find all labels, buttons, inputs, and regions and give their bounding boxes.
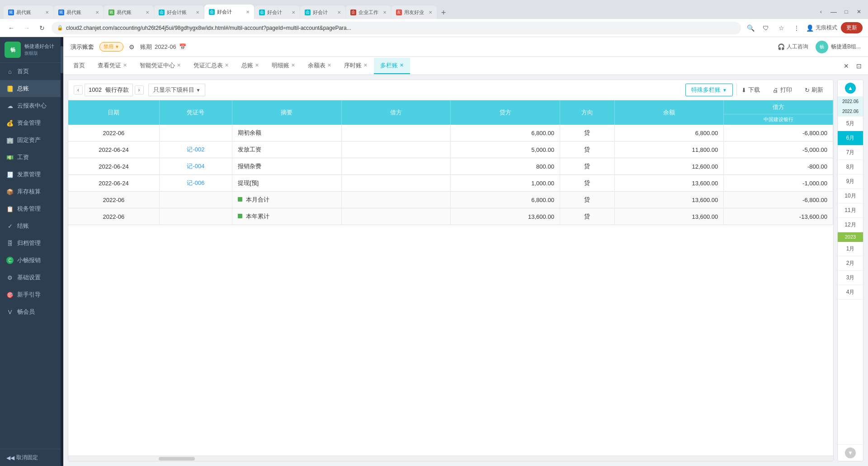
- tab-close-icon[interactable]: ✕: [363, 62, 368, 68]
- tab-close-icon[interactable]: ✕: [123, 62, 127, 68]
- search-icon[interactable]: 🔍: [745, 22, 756, 34]
- nav-tab-home[interactable]: 首页: [67, 58, 91, 74]
- cell-voucher[interactable]: 记-006: [159, 175, 232, 192]
- filter-select[interactable]: 只显示下级科目 ▼: [148, 84, 206, 96]
- sidebar-item-invoice[interactable]: 🧾 发票管理: [0, 166, 63, 183]
- date-nav-month-2-2023[interactable]: 2月: [838, 256, 863, 271]
- tab-close-icon[interactable]: ✕: [225, 62, 229, 68]
- browser-tab-1[interactable]: 账 易代账 ✕: [4, 5, 53, 19]
- nav-tab-voucher-summary[interactable]: 凭证汇总表 ✕: [187, 58, 235, 74]
- nav-tab-smart-voucher[interactable]: 智能凭证中心 ✕: [133, 58, 187, 74]
- browser-tab-4[interactable]: 会 好会计账 ✕: [154, 5, 204, 19]
- browser-tab-9[interactable]: 友 用友好业 ✕: [392, 5, 437, 19]
- date-nav-month-11[interactable]: 11月: [838, 203, 863, 218]
- user-info[interactable]: 畅 畅捷通B组...: [816, 41, 861, 53]
- bookmark-icon[interactable]: ☆: [775, 22, 787, 34]
- tab-close-icon[interactable]: ✕: [327, 62, 331, 68]
- browser-tab-8[interactable]: 企 企业工作 ✕: [346, 5, 391, 19]
- print-button[interactable]: 🖨 打印: [768, 84, 797, 96]
- browser-tab-3[interactable]: 账 易代账 ✕: [104, 5, 154, 19]
- forward-button[interactable]: →: [21, 22, 33, 34]
- tab-close-6[interactable]: ✕: [292, 10, 295, 15]
- sidebar-item-closing[interactable]: ✓ 结账: [0, 217, 63, 235]
- sidebar-item-guide[interactable]: 🎯 新手引导: [0, 286, 63, 303]
- update-button[interactable]: 更新: [841, 22, 863, 33]
- nav-tab-voucher[interactable]: 查看凭证 ✕: [91, 58, 133, 74]
- next-subject-button[interactable]: ›: [135, 85, 144, 94]
- date-nav-month-1-2023[interactable]: 1月: [838, 242, 863, 256]
- sidebar-item-home[interactable]: ⌂ 首页: [0, 63, 63, 80]
- tab-close-7[interactable]: ✕: [337, 10, 341, 15]
- cell-voucher[interactable]: 记-004: [159, 158, 232, 175]
- date-nav-month-7[interactable]: 7月: [838, 146, 863, 160]
- tab-close-5[interactable]: ✕: [246, 9, 250, 14]
- sidebar-item-reports[interactable]: ☁ 云报表中心: [0, 97, 63, 114]
- sidebar-item-member[interactable]: V 畅会员: [0, 303, 63, 320]
- download-button[interactable]: ⬇ 下载: [736, 84, 764, 96]
- sidebar-item-archive[interactable]: 🗄 归档管理: [0, 235, 63, 252]
- date-nav-month-6[interactable]: 6月: [838, 131, 863, 146]
- service-button[interactable]: 🎧 人工咨询: [778, 43, 808, 51]
- nav-tab-balance[interactable]: 余额表 ✕: [302, 58, 338, 74]
- tab-close-icon[interactable]: ✕: [291, 62, 295, 68]
- date-nav-month-12[interactable]: 12月: [838, 218, 863, 232]
- browser-menu-icon[interactable]: ⋮: [791, 22, 802, 34]
- date-nav-month-10[interactable]: 10月: [838, 189, 863, 203]
- date-nav-month-8[interactable]: 8月: [838, 160, 863, 174]
- nav-tab-detail-ledger[interactable]: 明细账 ✕: [265, 58, 302, 74]
- sidebar-item-tax[interactable]: 📋 税务管理: [0, 200, 63, 217]
- close-window-button[interactable]: ✕: [854, 6, 864, 17]
- calendar-icon[interactable]: 📅: [179, 43, 186, 50]
- browser-tab-5-active[interactable]: 会 好会计 ✕: [204, 5, 254, 19]
- cell-voucher[interactable]: 记-002: [159, 141, 232, 158]
- prev-subject-button[interactable]: ‹: [74, 85, 83, 94]
- account-badge[interactable]: 禁用 ▼: [99, 42, 123, 52]
- browser-tab-7[interactable]: 会 好会计 ✕: [300, 5, 345, 19]
- date-nav-month-3-2023[interactable]: 3月: [838, 271, 863, 285]
- nav-tab-general-ledger[interactable]: 总账 ✕: [235, 58, 265, 74]
- tab-close-3[interactable]: ✕: [146, 10, 149, 15]
- sidebar-item-inventory[interactable]: 📦 库存核算: [0, 183, 63, 200]
- sidebar-item-ledger[interactable]: 📒 总账: [0, 80, 63, 97]
- url-bar[interactable]: 🔒 cloud2.chanjet.com/accounting/uh26t264…: [52, 22, 741, 34]
- nav-tab-multi-col[interactable]: 多栏账 ✕: [374, 58, 410, 74]
- reload-button[interactable]: ↻: [36, 22, 48, 34]
- minimize-button[interactable]: —: [828, 6, 839, 17]
- tab-close-icon[interactable]: ✕: [255, 62, 259, 68]
- tab-close-1[interactable]: ✕: [45, 10, 49, 15]
- sidebar-item-assets[interactable]: 🏢 固定资产: [0, 132, 63, 149]
- date-nav-up-arrow[interactable]: ▲: [838, 80, 863, 97]
- sidebar-scrollbar[interactable]: [61, 37, 63, 466]
- tab-close-icon[interactable]: ✕: [400, 62, 404, 68]
- sidebar-item-expense[interactable]: C 小畅报销: [0, 252, 63, 269]
- date-nav-down-arrow[interactable]: ▼: [838, 444, 863, 461]
- date-nav-month-9[interactable]: 9月: [838, 174, 863, 189]
- tab-scroll-left[interactable]: ‹: [816, 6, 826, 17]
- sidebar-pin[interactable]: ◀◀ 取消固定: [0, 449, 63, 466]
- tab-close-2[interactable]: ✕: [95, 10, 99, 15]
- date-nav-month-4-2023[interactable]: 4月: [838, 285, 863, 300]
- nav-tab-sequence[interactable]: 序时账 ✕: [338, 58, 374, 74]
- shield-icon[interactable]: 🛡: [760, 22, 772, 34]
- settings-gear-icon[interactable]: ⚙: [129, 43, 135, 51]
- voucher-link[interactable]: 记-004: [187, 163, 204, 169]
- tab-close-8[interactable]: ✕: [383, 10, 387, 15]
- ledger-table[interactable]: 日期 凭证号 摘要 借方 贷方 方向 余额 借方 中国建设银行: [68, 100, 833, 456]
- voucher-link[interactable]: 记-002: [187, 146, 204, 153]
- panel-collapse-button[interactable]: ✕: [841, 61, 852, 71]
- sidebar-item-funds[interactable]: 💰 资金管理: [0, 114, 63, 132]
- date-nav-month-5[interactable]: 5月: [838, 117, 863, 131]
- tab-close-icon[interactable]: ✕: [177, 62, 181, 68]
- refresh-button[interactable]: ↻ 刷新: [800, 84, 828, 96]
- multi-col-button[interactable]: 特殊多栏账 ▼: [685, 84, 733, 96]
- horizontal-scrollbar[interactable]: [68, 456, 833, 461]
- browser-tab-2[interactable]: 账 易代账 ✕: [54, 5, 104, 19]
- voucher-link[interactable]: 记-006: [187, 179, 204, 186]
- tab-close-4[interactable]: ✕: [196, 10, 199, 15]
- new-tab-button[interactable]: +: [437, 6, 450, 19]
- browser-tab-6[interactable]: 会 好会计 ✕: [255, 5, 300, 19]
- panel-expand-button[interactable]: ⊡: [854, 61, 864, 71]
- maximize-button[interactable]: □: [841, 6, 852, 17]
- tab-close-9[interactable]: ✕: [429, 10, 432, 15]
- sidebar-item-payroll[interactable]: 💵 工资: [0, 149, 63, 166]
